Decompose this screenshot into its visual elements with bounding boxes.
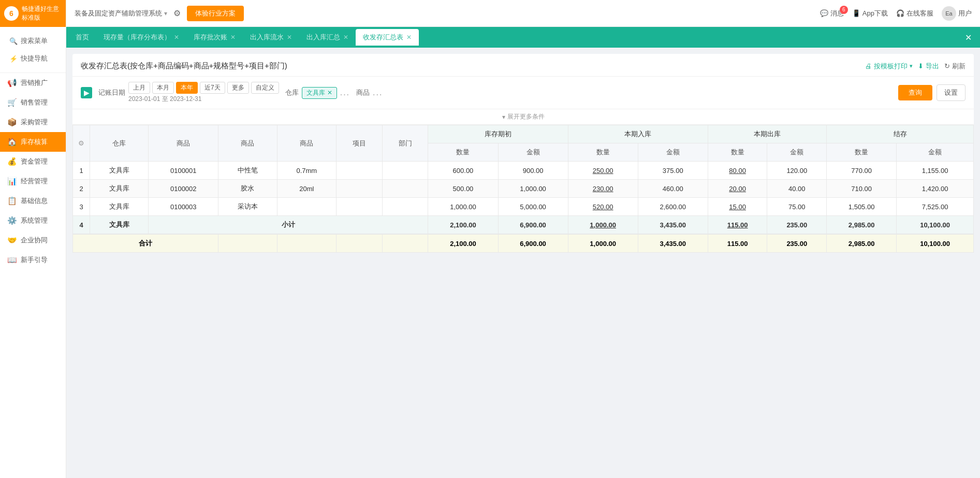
headset-icon: 🎧 <box>896 9 904 17</box>
sales-icon: 🛒 <box>7 98 17 107</box>
query-btn[interactable]: 查询 <box>898 85 932 100</box>
tab-home[interactable]: 首页 <box>68 29 96 46</box>
tab-close-in-out-flow[interactable]: ✕ <box>287 34 292 41</box>
cell-bal-qty: 1,505.00 <box>827 198 897 216</box>
cell-in-qty[interactable]: 250.00 <box>568 162 638 180</box>
col-header-department: 部门 <box>382 125 428 162</box>
user-item[interactable]: Ea 用户 <box>942 6 972 21</box>
cell-in-qty[interactable]: 520.00 <box>568 198 638 216</box>
tab-stock-distribution[interactable]: 现存量（库存分布表） ✕ <box>96 29 186 46</box>
sidebar-item-inventory[interactable]: 🏠 库存核算 <box>0 132 66 152</box>
cell-out-qty[interactable]: 80.00 <box>708 162 767 180</box>
date-btn-more[interactable]: 更多 <box>227 82 249 94</box>
sidebar-search-item[interactable]: 🔍 搜索菜单 <box>4 32 62 50</box>
date-btn-7days[interactable]: 近7天 <box>200 82 225 94</box>
col-header-opening: 库存期初 <box>428 125 568 143</box>
expand-more-btn[interactable]: ▾ 展开更多条件 <box>502 112 545 121</box>
filter-toggle-btn[interactable]: ▶ <box>81 87 92 98</box>
subtotal-no: 4 <box>73 216 90 235</box>
sidebar-item-enterprise[interactable]: 🤝 企业协同 <box>0 230 66 250</box>
tab-bar-close-icon[interactable]: ✕ <box>959 33 978 42</box>
warehouse-tag: 文具库 ✕ <box>302 87 337 99</box>
col-header-warehouse: 仓库 <box>90 125 149 162</box>
sidebar-item-finance[interactable]: 💰 资金管理 <box>0 152 66 171</box>
experience-btn[interactable]: 体验行业方案 <box>187 6 244 21</box>
settings-gear-icon[interactable]: ⚙ <box>173 8 181 18</box>
cell-in-qty[interactable]: 230.00 <box>568 180 638 198</box>
cell-open-amt: 5,000.00 <box>498 198 568 216</box>
tab-close-receipt-summary[interactable]: ✕ <box>406 34 412 41</box>
tab-close-stock-distribution[interactable]: ✕ <box>174 34 179 41</box>
tab-in-out-flow[interactable]: 出入库流水 ✕ <box>243 29 299 46</box>
col-in-amt: 金额 <box>638 143 708 162</box>
sidebar-item-sales[interactable]: 🛒 销售管理 <box>0 93 66 112</box>
date-btn-custom[interactable]: 自定义 <box>251 82 279 94</box>
sidebar-item-operations[interactable]: 📊 经营管理 <box>0 171 66 191</box>
subtotal-out-qty: 115.00 <box>708 216 767 235</box>
table-settings-header[interactable]: ⚙ <box>73 125 90 162</box>
setting-btn[interactable]: 设置 <box>937 84 966 101</box>
print-btn[interactable]: 🖨 按模板打印 ▾ <box>865 62 913 71</box>
warehouse-filter: 仓库 文具库 ✕ ... <box>285 87 350 99</box>
sidebar-item-basic[interactable]: 📋 基础信息 <box>0 191 66 211</box>
refresh-btn[interactable]: ↻ 刷新 <box>944 62 966 71</box>
tab-close-batch-account[interactable]: ✕ <box>230 34 236 41</box>
subtotal-open-amt: 6,900.00 <box>498 216 568 235</box>
sidebar-item-purchase[interactable]: 📦 采购管理 <box>0 112 66 132</box>
cell-warehouse: 文具库 <box>90 198 149 216</box>
cell-goods-code: 0100002 <box>149 180 218 198</box>
date-btn-last-month[interactable]: 上月 <box>128 82 150 94</box>
logo-icon: 6 <box>4 6 19 21</box>
sidebar-item-marketing[interactable]: 📢 营销推广 <box>0 73 66 93</box>
total-open-qty: 2,100.00 <box>428 234 498 253</box>
cell-out-qty[interactable]: 15.00 <box>708 198 767 216</box>
sidebar-item-system[interactable]: ⚙️ 系统管理 <box>0 211 66 230</box>
data-table: ⚙ 仓库 商品 商品 商品 项目 部门 库存期初 本期入库 本期出库 结存 <box>72 125 974 253</box>
tab-close-in-out-summary[interactable]: ✕ <box>343 34 348 41</box>
subtotal-in-qty: 1,000.00 <box>568 216 638 235</box>
finance-icon: 💰 <box>7 157 17 166</box>
date-btn-this-month[interactable]: 本月 <box>152 82 174 94</box>
search-icon: 🔍 <box>9 37 18 45</box>
cell-out-qty[interactable]: 20.00 <box>708 180 767 198</box>
warehouse-more-btn[interactable]: ... <box>340 88 350 97</box>
expand-arrow-icon: ▾ <box>502 113 505 121</box>
sidebar-item-guide[interactable]: 📖 新手引导 <box>0 250 66 270</box>
subtotal-bal-qty: 2,985.00 <box>827 216 897 235</box>
notifications-item[interactable]: 💬 消息 6 <box>820 9 844 18</box>
cell-goods-spec: 0.7mm <box>277 162 337 180</box>
app-download-item[interactable]: 📱 App下载 <box>852 9 888 18</box>
sidebar: 6 畅捷通好生意 标准版 🔍 搜索菜单 ⚡ 快捷导航 📢 营销推广 🛒 销售管理… <box>0 0 66 478</box>
export-icon: ⬇ <box>918 62 924 70</box>
system-title: 装备及固定资产辅助管理系统 <box>75 9 162 18</box>
cell-project <box>337 180 383 198</box>
inventory-icon: 🏠 <box>7 137 17 147</box>
export-btn[interactable]: ⬇ 导出 <box>918 62 939 71</box>
col-header-goods-name: 商品 <box>218 125 277 162</box>
operations-icon: 📊 <box>7 177 17 186</box>
date-quick-group: 上月 本月 本年 近7天 更多 自定义 2023-01-01 至 2023-12… <box>128 82 279 104</box>
col-header-out: 本期出库 <box>708 125 826 143</box>
cell-bal-qty: 770.00 <box>827 162 897 180</box>
col-out-qty: 数量 <box>708 143 767 162</box>
cell-no: 1 <box>73 162 90 180</box>
cell-in-amt: 460.00 <box>638 180 708 198</box>
cell-project <box>337 162 383 180</box>
tab-receipt-summary[interactable]: 收发存汇总表 ✕ <box>356 29 419 46</box>
total-label: 合计 <box>73 234 218 253</box>
tab-batch-account[interactable]: 库存批次账 ✕ <box>186 29 243 46</box>
date-btn-this-year[interactable]: 本年 <box>176 82 198 94</box>
table-row: 2 文具库 0100002 胶水 20ml 500.00 1,000.00 23… <box>73 180 974 198</box>
print-dropdown-icon: ▾ <box>910 63 913 69</box>
online-service-item[interactable]: 🎧 在线客服 <box>896 9 933 18</box>
col-out-amt: 金额 <box>767 143 827 162</box>
cell-project <box>337 198 383 216</box>
sidebar-quick-nav[interactable]: ⚡ 快捷导航 <box>4 50 62 67</box>
basic-icon: 📋 <box>7 196 17 206</box>
warehouse-tag-close[interactable]: ✕ <box>327 89 332 96</box>
tab-in-out-summary[interactable]: 出入库汇总 ✕ <box>299 29 356 46</box>
total-bal-qty: 2,985.00 <box>827 234 897 253</box>
purchase-icon: 📦 <box>7 118 17 127</box>
table-row: 1 文具库 0100001 中性笔 0.7mm 600.00 900.00 25… <box>73 162 974 180</box>
goods-more-btn[interactable]: ... <box>373 88 383 97</box>
